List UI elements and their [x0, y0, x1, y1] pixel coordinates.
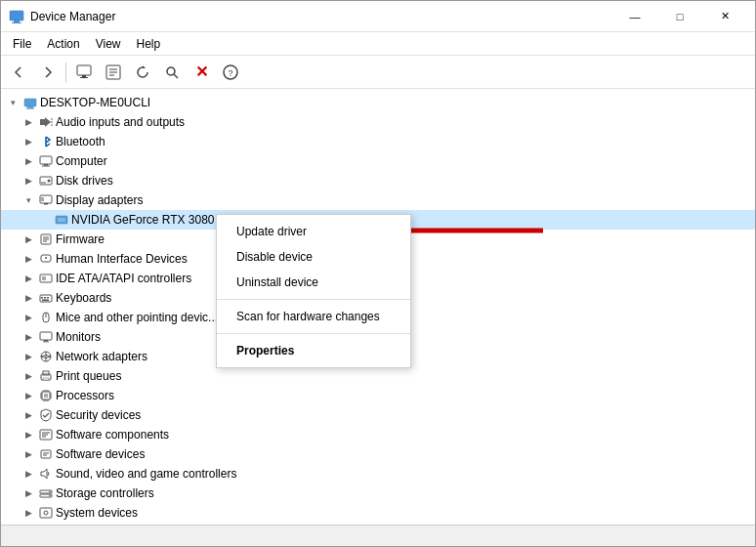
bluetooth-label: Bluetooth [56, 135, 105, 148]
svg-rect-53 [44, 340, 48, 342]
sound-icon [38, 466, 54, 482]
window-title: Device Manager [30, 10, 612, 23]
monitor-icon [38, 329, 54, 345]
svg-rect-47 [44, 297, 46, 299]
menu-file[interactable]: File [5, 35, 39, 53]
system-expand[interactable]: ▶ [21, 505, 36, 521]
disk-expand[interactable]: ▶ [21, 173, 36, 189]
ctx-properties[interactable]: Properties [217, 338, 410, 363]
tree-system[interactable]: ▶ System devices [1, 503, 755, 523]
svg-point-85 [49, 495, 51, 497]
audio-icon [38, 114, 54, 130]
bluetooth-expand[interactable]: ▶ [21, 134, 36, 149]
menu-help[interactable]: Help [129, 35, 169, 53]
root-label: DESKTOP-ME0UCLI [40, 96, 150, 109]
svg-rect-30 [44, 203, 48, 205]
svg-rect-24 [44, 164, 48, 166]
forward-button[interactable] [34, 59, 62, 86]
sound-expand[interactable]: ▶ [21, 466, 36, 482]
tree-storage[interactable]: ▶ Storage controllers [1, 484, 755, 503]
nvidia-label: NVIDIA GeForce RTX 3080 [71, 213, 215, 227]
display-expand[interactable]: ▾ [21, 192, 36, 208]
hid-label: Human Interface Devices [56, 252, 188, 266]
svg-rect-48 [47, 297, 49, 299]
help-btn[interactable]: ? [217, 59, 244, 86]
network-expand[interactable]: ▶ [21, 349, 36, 364]
svg-marker-10 [143, 65, 146, 68]
ide-icon [38, 271, 54, 286]
delete-btn[interactable]: ✕ [188, 59, 215, 86]
tree-display[interactable]: ▾ Display adapters [1, 190, 755, 210]
computer-icon [38, 153, 54, 169]
svg-rect-0 [10, 11, 23, 21]
svg-rect-4 [82, 75, 86, 77]
svg-rect-3 [77, 65, 91, 75]
storage-icon [38, 485, 54, 501]
menu-action[interactable]: Action [39, 35, 87, 53]
app-icon [9, 9, 24, 24]
network-label: Network adapters [56, 350, 147, 363]
tree-sound[interactable]: ▶ Sound, video and game controllers [1, 464, 755, 484]
tree-print[interactable]: ▶ Print queues [1, 366, 755, 386]
root-icon [22, 95, 38, 110]
svg-line-12 [174, 74, 178, 78]
title-bar: Device Manager — □ ✕ [1, 1, 755, 32]
sw-components-label: Software components [56, 428, 169, 442]
tree-sw-devices[interactable]: ▶ Software devices [1, 444, 755, 464]
svg-rect-25 [42, 166, 50, 167]
print-icon [38, 368, 54, 384]
search-btn[interactable] [158, 59, 186, 86]
toolbar: ✕ ? [1, 56, 755, 89]
tree-sw-components[interactable]: ▶ Software components [1, 425, 755, 444]
nvidia-icon [54, 212, 69, 228]
audio-expand[interactable]: ▶ [21, 114, 36, 130]
processors-label: Processors [56, 389, 114, 402]
tree-processors[interactable]: ▶ Processors [1, 386, 755, 405]
ctx-update-driver[interactable]: Update driver [217, 219, 410, 244]
print-label: Print queues [56, 369, 121, 383]
ctx-uninstall-device[interactable]: Uninstall device [217, 270, 410, 295]
ctx-disable-device[interactable]: Disable device [217, 244, 410, 270]
svg-rect-15 [24, 99, 36, 106]
computer-icon-btn[interactable] [70, 59, 98, 86]
keyboards-label: Keyboards [56, 291, 111, 305]
minimize-button[interactable]: — [612, 1, 657, 32]
audio-label: Audio inputs and outputs [56, 115, 185, 129]
tree-security[interactable]: ▶ Security devices [1, 405, 755, 425]
tree-audio[interactable]: ▶ Audio inputs and outputs [1, 112, 755, 132]
storage-expand[interactable]: ▶ [21, 485, 36, 501]
ide-expand[interactable]: ▶ [21, 271, 36, 286]
keyboard-icon [38, 290, 54, 306]
hid-expand[interactable]: ▶ [21, 251, 36, 267]
svg-rect-46 [41, 297, 43, 299]
tree-computer[interactable]: ▶ Computer [1, 151, 755, 171]
keyboards-expand[interactable]: ▶ [21, 290, 36, 306]
close-button[interactable]: ✕ [702, 1, 747, 32]
svg-point-84 [49, 491, 51, 493]
processor-icon [38, 388, 54, 403]
menu-view[interactable]: View [88, 35, 129, 53]
svg-rect-1 [14, 21, 20, 22]
sw-devices-expand[interactable]: ▶ [21, 446, 36, 462]
tree-usb-ctrl[interactable]: ▶ Universal Serial Bus controllers [1, 523, 755, 525]
tree-disk[interactable]: ▶ Disk drives [1, 171, 755, 190]
computer-expand[interactable]: ▶ [21, 153, 36, 169]
print-expand[interactable]: ▶ [21, 368, 36, 384]
tree-root[interactable]: ▾ DESKTOP-ME0UCLI [1, 93, 755, 112]
back-button[interactable] [5, 59, 32, 86]
security-expand[interactable]: ▶ [21, 407, 36, 423]
mouse-icon [38, 310, 54, 325]
firmware-icon [38, 231, 54, 247]
properties-btn[interactable] [100, 59, 127, 86]
firmware-expand[interactable]: ▶ [21, 231, 36, 247]
tree-bluetooth[interactable]: ▶ Bluetooth [1, 132, 755, 151]
maximize-button[interactable]: □ [657, 1, 702, 32]
svg-rect-5 [80, 77, 88, 78]
ctx-scan-hardware[interactable]: Scan for hardware changes [217, 304, 410, 329]
monitors-expand[interactable]: ▶ [21, 329, 36, 345]
mice-expand[interactable]: ▶ [21, 310, 36, 325]
refresh-btn[interactable] [129, 59, 156, 86]
processors-expand[interactable]: ▶ [21, 388, 36, 403]
root-expand[interactable]: ▾ [5, 95, 21, 110]
sw-components-expand[interactable]: ▶ [21, 427, 36, 442]
